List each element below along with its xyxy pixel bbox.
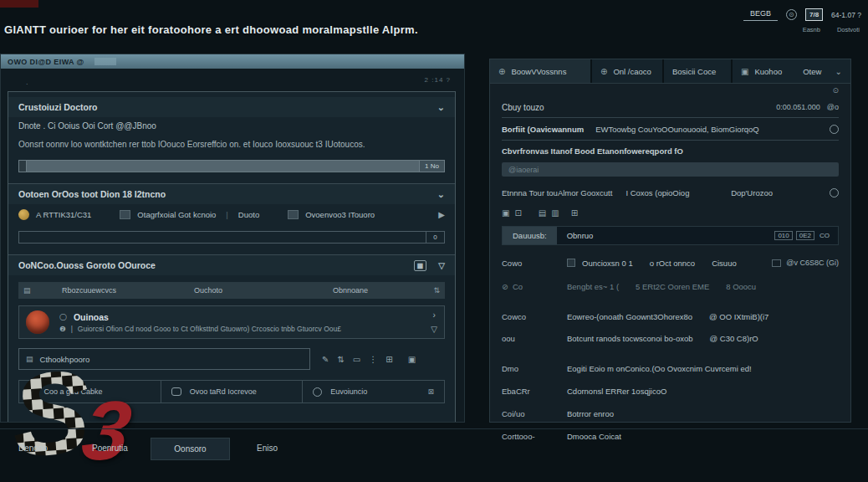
option-label-3: Duoto — [238, 210, 259, 219]
property-value: Eowreo-(onoath Goownt3Ohorex8o — [567, 312, 692, 321]
setting-row-2: Borfiit (Oavicwannum EWToowbg CouYoOOuno… — [502, 118, 839, 141]
property-key: Cowco — [502, 312, 567, 321]
chevron-down-icon[interactable]: ⌄ — [835, 67, 842, 76]
section-2-options: A RTTIK31/C31 Otagrfxoial Got kcnoio | D… — [8, 204, 455, 225]
check-icon: ✓ — [29, 387, 36, 396]
footer-button-3[interactable]: Oonsoro — [151, 438, 230, 460]
record-icon[interactable]: ⊙ — [786, 9, 797, 20]
checkbox-1[interactable] — [120, 210, 130, 219]
grid-view-icon[interactable]: ▦ — [414, 260, 427, 271]
avatar — [26, 310, 49, 334]
property-value: Bengbt es~ 1 ( — [567, 282, 619, 291]
titlebar-accent — [94, 58, 116, 65]
corner-note: 2 :14 ? — [425, 76, 451, 84]
tab-1-label: BoowVVossnns — [511, 67, 566, 76]
property-value: Eogiti Eoio m onConico.(Oo Ovoxcnim Cuvr… — [567, 364, 752, 373]
column-header-2[interactable]: Ouchoto — [194, 286, 333, 295]
rows-icon[interactable]: ▤ — [23, 286, 62, 295]
chevron-down-icon[interactable]: ⌄ — [437, 189, 445, 200]
toggle-icon[interactable] — [830, 125, 839, 134]
toggle-icon[interactable] — [830, 188, 839, 197]
slider-handle[interactable] — [19, 161, 27, 172]
tri-down-icon[interactable]: ▽ — [431, 325, 437, 334]
setting-row-4-label: Etnnna Tour touAlmor Gooxcutt — [502, 188, 612, 197]
add-box-icon[interactable]: ⊞ — [385, 355, 392, 364]
version-label: 64-1.07 ? — [831, 11, 861, 19]
property-value: Ouncioxsn 0 1 — [582, 259, 633, 268]
square-icon-2[interactable]: ⊡ — [514, 208, 521, 218]
more-icon[interactable]: ⋮ — [369, 355, 377, 364]
tag-icon[interactable]: ▭ — [353, 355, 360, 364]
option-label-4: Ovoenvoo3 ITouoro — [305, 210, 375, 219]
property-key: Coi/uo — [502, 409, 567, 418]
property-key: oou — [502, 334, 567, 343]
slash-circle-icon: ⊘ — [502, 282, 508, 291]
tab-5-label[interactable]: Otew — [803, 67, 821, 76]
swap-icon[interactable]: ⇅ — [337, 355, 344, 364]
tab-group: ▣ Kuohoo Otew ⌄ — [733, 59, 850, 83]
footer-button-4[interactable]: Eniso — [257, 444, 278, 453]
property-value: @ OO IXtmiB)(i7 — [709, 312, 768, 321]
section-header-3[interactable]: OoNCoo.Ouoss Goroto OOuroce ▦ ▽ — [8, 255, 455, 275]
footer-button-2[interactable]: Poenrutia — [92, 444, 128, 453]
window-titlebar[interactable]: OWO DI@D EIWA @ — [1, 54, 464, 69]
boxed-icon[interactable]: ▣ — [408, 355, 416, 364]
property-row: ⊘ Co Bengbt es~ 1 ( 5 ERt2C Ooren EME 8 … — [502, 277, 839, 295]
search-input[interactable]: ▤ Cthookhpooro — [18, 348, 310, 370]
column-header-1[interactable]: Rbozcuuewcvcs — [62, 286, 194, 295]
header-badge[interactable]: BEGB — [743, 8, 778, 21]
list-item-title: Ouinoas — [74, 312, 109, 322]
property-checkbox[interactable] — [567, 259, 575, 267]
property-value: Cdornonsl ERRer 1osqjicoO — [567, 387, 666, 396]
sub-tab-bar: Dauuusb: Obnruo 010 0E2 CO — [502, 226, 839, 245]
section-header-2[interactable]: Ootoen OrOos toot Dion 18 I2tncno ⌄ — [8, 184, 455, 204]
chevron-right-icon[interactable]: › — [432, 310, 435, 320]
properties-list: Cowo Ouncioxsn 0 1 o rOct onnco Cisuuo @… — [502, 254, 839, 445]
tab-2-label: Onl /caoco — [613, 67, 651, 76]
section-1-description: Oonsrt oonnv loo wontktchen rer ttob IOo… — [8, 131, 455, 149]
globe-icon: ⊕ — [498, 67, 505, 76]
dot-circle-icon[interactable]: ⊙ — [832, 86, 839, 95]
settings-content: Crustoiuzi Doctoro ⌄ Dnote . Ci Ooius Oo… — [8, 91, 456, 422]
tri-down-icon[interactable]: ▽ — [438, 261, 445, 270]
square-icon-1[interactable]: ▣ — [502, 208, 509, 218]
setting-row-4-mid: I Coxos (opioOiog — [625, 188, 689, 197]
value-slider[interactable]: 1 No — [18, 160, 445, 172]
sub-tab-1[interactable]: Dauuusb: — [503, 227, 557, 244]
window-title: OWO DI@D EIWA @ — [8, 58, 84, 66]
small-box-icon[interactable] — [772, 259, 781, 267]
text-input[interactable]: @iaoerai — [502, 162, 839, 177]
property-value: Cisuuo — [712, 259, 737, 268]
chevron-down-icon[interactable]: ⌄ — [437, 102, 445, 113]
list-item[interactable]: ◯ Ouinoas ❷ | Guiorcsi Ofion Cd nood Goo… — [18, 305, 445, 339]
window-icon: ▣ — [741, 67, 748, 76]
bottom-option-3[interactable]: Euvoiuncio ⊠ — [303, 381, 444, 403]
column-header-3[interactable]: Obnnoane — [333, 286, 418, 295]
edit-icon[interactable]: ✎ — [322, 355, 329, 364]
cross-box-icon[interactable]: ⊠ — [427, 387, 434, 396]
bottom-option-2[interactable]: Ovoo taRd Iocrevoe — [161, 381, 304, 403]
footer-button-1[interactable]: Denooo — [18, 444, 48, 453]
section-1-title: Crustoiuzi Doctoro — [18, 102, 98, 112]
checkbox-2[interactable] — [288, 210, 299, 219]
separator: | — [71, 325, 73, 333]
tab-1[interactable]: ⊕ BoowVVossnns — [490, 59, 592, 83]
section-header-1[interactable]: Crustoiuzi Doctoro ⌄ — [8, 97, 455, 117]
numeric-field[interactable]: 0 — [18, 231, 445, 244]
square-icon-4[interactable]: ▥ — [551, 208, 559, 218]
play-icon[interactable]: ▶ — [438, 210, 445, 219]
property-row: Dmo Eogiti Eoio m onConico.(Oo Ovoxcnim … — [502, 359, 839, 377]
tab-2[interactable]: ⊕ Onl /caoco — [592, 59, 664, 83]
bottom-option-1[interactable]: ✓ Coo a god Cabke — [19, 381, 161, 403]
tab-4-label[interactable]: Kuohoo — [754, 67, 782, 76]
tab-3[interactable]: Bosicii Coce — [664, 59, 733, 83]
sub-tab-2[interactable]: Obnruo — [557, 227, 604, 244]
bottom-option-1-label: Coo a god Cabke — [44, 387, 103, 396]
property-key: EbaCRr — [502, 387, 567, 396]
sort-icon[interactable]: ⇅ — [418, 286, 440, 295]
header-controls: BEGB ⊙ 7/8 64-1.07 ? Easnb Dostvoti — [743, 8, 861, 33]
square-icon-3[interactable]: ▤ — [539, 208, 546, 218]
square-icon-5[interactable]: ⊞ — [571, 208, 578, 218]
bottom-options-row: ✓ Coo a god Cabke Ovoo taRd Iocrevoe Euv… — [18, 380, 445, 403]
coin-icon — [18, 209, 29, 220]
